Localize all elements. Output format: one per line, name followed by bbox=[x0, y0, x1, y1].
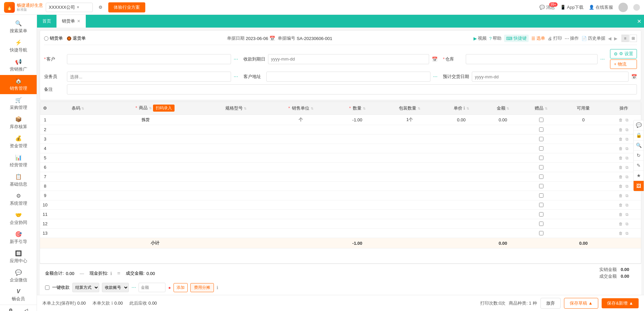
prev-icon[interactable]: ◀ bbox=[608, 36, 611, 41]
copy-icon[interactable]: ⧉ bbox=[626, 137, 629, 142]
copy-icon[interactable]: ⧉ bbox=[626, 231, 629, 236]
sidebar-item-business[interactable]: 📊 经营管理 bbox=[0, 152, 37, 171]
price-info-icon[interactable]: ℹ bbox=[463, 106, 465, 111]
sidebar-item-guide[interactable]: 🎯 新手引导 bbox=[0, 228, 37, 247]
delete-icon[interactable]: 🗑 bbox=[619, 127, 623, 132]
float-star-btn[interactable]: ★ bbox=[634, 171, 644, 181]
amount-sort-icon[interactable]: ⇅ bbox=[506, 107, 509, 110]
copy-icon[interactable]: ⧉ bbox=[626, 146, 629, 151]
product-cell-input[interactable] bbox=[142, 231, 168, 236]
sidebar-item-system[interactable]: ⚙ 系统管理 bbox=[0, 190, 37, 209]
delete-icon[interactable]: 🗑 bbox=[619, 184, 623, 189]
copy-icon[interactable]: ⧉ bbox=[626, 165, 629, 170]
sidebar-item-search[interactable]: 🔍 搜索菜单 bbox=[0, 17, 37, 37]
discard-button[interactable]: 放弃 bbox=[540, 298, 561, 309]
customer-dots-icon[interactable]: ··· bbox=[234, 56, 238, 62]
avatar-2[interactable] bbox=[633, 4, 640, 11]
gift-checkbox[interactable] bbox=[539, 118, 543, 122]
cash-discount-info-icon[interactable]: ℹ bbox=[110, 271, 112, 276]
delete-icon[interactable]: 🗑 bbox=[619, 222, 623, 226]
spec-cell-input[interactable] bbox=[224, 146, 248, 151]
copy-icon[interactable]: ⧉ bbox=[626, 222, 629, 226]
video-btn[interactable]: ▶ 视频 bbox=[473, 35, 487, 41]
float-refresh-btn[interactable]: ↻ bbox=[634, 151, 644, 161]
operation-btn[interactable]: ⋯ 操作 bbox=[565, 35, 579, 41]
avatar[interactable] bbox=[618, 3, 628, 12]
settings-button[interactable]: ⚙ ⚙ 设置 bbox=[610, 49, 637, 59]
save-draft-button[interactable]: 保存草稿 ▲ bbox=[564, 298, 599, 309]
product-cell-input[interactable] bbox=[142, 146, 168, 151]
collapse-icon[interactable]: ◁ bbox=[25, 308, 28, 311]
select-btn[interactable]: ☰ 选单 bbox=[531, 35, 545, 41]
delete-icon[interactable]: 🗑 bbox=[619, 118, 623, 122]
float-chat-btn[interactable]: 💬 bbox=[634, 120, 644, 130]
spec-cell-input[interactable] bbox=[224, 137, 248, 142]
due-date-input[interactable] bbox=[268, 54, 429, 64]
barcode-cell-input[interactable] bbox=[68, 137, 88, 142]
sidebar-item-inventory[interactable]: 📦 库存核算 bbox=[0, 113, 37, 132]
sidebar-item-sales[interactable]: 🏠 销售管理 bbox=[0, 75, 37, 94]
spec-cell-input[interactable] bbox=[224, 127, 248, 132]
col-settings-header[interactable]: ⚙ bbox=[40, 102, 50, 115]
product-cell-input[interactable] bbox=[142, 165, 168, 170]
tab-close-all-icon[interactable]: ✕ bbox=[637, 18, 641, 25]
barcode-cell-input[interactable] bbox=[68, 127, 88, 132]
total-owed-info-icon[interactable]: ℹ bbox=[111, 301, 113, 306]
barcode-cell-input[interactable] bbox=[68, 146, 88, 151]
delivery-calendar-icon[interactable]: 📅 bbox=[631, 74, 637, 79]
barcode-cell-input[interactable] bbox=[68, 212, 88, 217]
qty-sort-icon[interactable]: ⇅ bbox=[363, 107, 366, 110]
sidebar-item-collab[interactable]: 🤝 企业协同 bbox=[0, 209, 37, 228]
gift-checkbox[interactable] bbox=[539, 146, 543, 151]
gift-checkbox[interactable] bbox=[539, 127, 543, 132]
product-sort-icon[interactable]: ⇅ bbox=[149, 106, 152, 110]
notes-input[interactable] bbox=[67, 84, 637, 94]
tab-close-icon[interactable]: ✕ bbox=[77, 19, 80, 24]
float-zoom-btn[interactable]: 🔍 bbox=[634, 141, 644, 151]
account-dots-icon[interactable]: ··· bbox=[131, 284, 136, 290]
product-cell-input[interactable] bbox=[142, 127, 168, 132]
company-selector[interactable]: XXXXXX公司 ▼ bbox=[46, 3, 93, 12]
spec-cell-input[interactable] bbox=[224, 222, 248, 226]
expected-delivery-input[interactable] bbox=[472, 72, 629, 82]
one-click-payment-checkbox[interactable] bbox=[45, 285, 49, 290]
spec-cell-input[interactable] bbox=[224, 231, 248, 236]
radio-return-order[interactable]: 退货单 bbox=[67, 35, 86, 41]
sidebar-item-purchase[interactable]: 🛒 采购管理 bbox=[0, 94, 37, 113]
delete-icon[interactable]: 🗑 bbox=[619, 146, 623, 151]
logistics-button[interactable]: + 物流 bbox=[610, 60, 637, 69]
sidebar-item-app-center[interactable]: 🔲 应用中心 bbox=[0, 247, 37, 267]
spec-cell-input[interactable] bbox=[224, 212, 248, 217]
payment-method-select[interactable]: 结算方式 bbox=[72, 283, 99, 292]
save-new-button[interactable]: 保存&新增 ▲ bbox=[602, 298, 639, 308]
barcode-cell-input[interactable] bbox=[68, 165, 88, 170]
app-download-btn[interactable]: 📱 App下载 bbox=[560, 4, 583, 10]
online-support-btn[interactable]: 👤 在线客服 bbox=[589, 4, 613, 10]
spec-cell-input[interactable] bbox=[224, 203, 248, 207]
barcode-cell-input[interactable] bbox=[68, 118, 88, 122]
warehouse-dots-icon[interactable]: ··· bbox=[600, 56, 605, 62]
delete-icon[interactable]: 🗑 bbox=[619, 203, 623, 207]
gift-checkbox[interactable] bbox=[539, 231, 543, 235]
barcode-sort-icon[interactable]: ⇅ bbox=[81, 107, 84, 110]
grid-view-btn[interactable]: ⊞ bbox=[630, 35, 637, 42]
delete-icon[interactable]: 🗑 bbox=[619, 165, 623, 170]
float-edit-btn[interactable]: ✎ bbox=[634, 161, 644, 171]
gift-checkbox[interactable] bbox=[539, 222, 543, 226]
print-btn[interactable]: 🖨 打印 bbox=[548, 35, 562, 41]
calendar-icon[interactable]: 📅 bbox=[269, 36, 275, 41]
delete-icon[interactable]: 🗑 bbox=[619, 231, 623, 236]
next-icon[interactable]: ▶ bbox=[614, 36, 617, 41]
gift-checkbox[interactable] bbox=[539, 193, 543, 198]
barcode-cell-input[interactable] bbox=[68, 174, 88, 179]
spec-cell-input[interactable] bbox=[224, 184, 248, 189]
product-cell-input[interactable] bbox=[142, 222, 168, 226]
gift-checkbox[interactable] bbox=[539, 137, 543, 141]
sidebar-item-wechat[interactable]: 💬 企业微信 bbox=[0, 267, 37, 286]
spec-cell-input[interactable] bbox=[224, 165, 248, 170]
spec-sort-icon[interactable]: ⇅ bbox=[244, 107, 247, 110]
barcode-cell-input[interactable] bbox=[68, 156, 88, 160]
salesperson-dots-icon[interactable]: ··· bbox=[234, 74, 238, 80]
product-cell-input[interactable] bbox=[142, 137, 168, 142]
copy-icon[interactable]: ⧉ bbox=[626, 127, 629, 132]
